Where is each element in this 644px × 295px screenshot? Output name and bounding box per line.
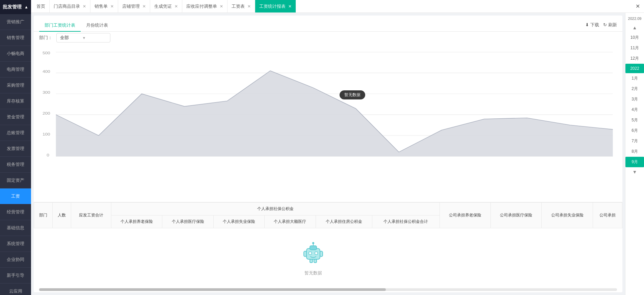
download-icon: ⬇ <box>585 22 589 27</box>
sidebar-item-operations[interactable]: 经营管理 <box>0 204 31 220</box>
sidebar-item-collab[interactable]: 企业协同 <box>0 252 31 268</box>
empty-state-text: 暂无数据 <box>304 270 322 276</box>
sidebar-item-purchase[interactable]: 采购管理 <box>0 78 31 93</box>
sidebar-item-finance[interactable]: 资金管理 <box>0 109 31 125</box>
dept-select[interactable]: 全部 ▼ <box>56 33 110 42</box>
th-personal-major-medical: 个人承担大额医疗 <box>265 215 316 228</box>
sidebar-item-cloud[interactable]: 云应用 <box>0 284 31 295</box>
th-personal-social: 个人承担社保公积金 <box>111 203 440 215</box>
sub-tabbar: 部门工资统计表 月份统计表 ⬇ 下载 ↻ 刷新 <box>34 16 622 32</box>
date-panel-jun[interactable]: 6月 <box>625 125 644 136</box>
sidebar-item-guide[interactable]: 新手引导 <box>0 268 31 284</box>
sub-tab-month[interactable]: 月份统计表 <box>81 20 113 32</box>
sidebar-item-basic-info[interactable]: 基础信息 <box>0 220 31 236</box>
download-button[interactable]: ⬇ 下载 <box>585 22 599 28</box>
toolbar: ⬇ 下载 ↻ 刷新 <box>585 22 617 29</box>
tab-close-sales[interactable]: ✕ <box>110 4 114 8</box>
tab-close-payroll-report[interactable]: ✕ <box>288 4 292 8</box>
tab-home[interactable]: 首页 <box>32 0 50 13</box>
tab-payroll[interactable]: 工资表 ✕ <box>227 0 255 13</box>
date-panel-jan[interactable]: 1月 <box>625 73 644 84</box>
svg-rect-20 <box>310 259 313 263</box>
svg-text:0: 0 <box>47 153 49 157</box>
svg-rect-18 <box>304 251 306 257</box>
sidebar-item-ecommerce-small[interactable]: 小畅电商 <box>0 46 31 62</box>
date-panel-aug[interactable]: 8月 <box>625 146 644 157</box>
date-panel-dec[interactable]: 12月 <box>625 53 644 64</box>
sidebar-item-inventory[interactable]: 库存核算 <box>0 93 31 109</box>
date-panel: 2022.09 ▲ 10月 11月 12月 2022 1月 2月 3月 4月 5… <box>625 13 644 295</box>
date-panel-header: 2022.09 <box>625 14 644 23</box>
th-personal-medical: 个人承担医疗保险 <box>162 215 213 228</box>
th-company-pension: 公司承担养老保险 <box>439 203 490 228</box>
date-panel-sep[interactable]: 9月 <box>625 157 644 167</box>
svg-rect-21 <box>314 259 317 263</box>
tab-payroll-report[interactable]: 工资统计报表 ✕ <box>255 0 296 13</box>
sidebar: 批发管理 ▲ 营销推广 销售管理 小畅电商 电商管理 采购管理 库存核算 资金管… <box>0 0 31 295</box>
sidebar-collapse-icon[interactable]: ▲ <box>24 5 28 9</box>
sidebar-item-payroll[interactable]: 工资 <box>0 188 31 204</box>
tabbar-close-all[interactable]: ✕ <box>636 3 640 9</box>
chevron-down-icon: ▼ <box>82 36 86 40</box>
dept-select-value: 全部 <box>60 35 69 41</box>
dept-filter-label: 部门： <box>39 35 52 41</box>
sidebar-item-ecommerce[interactable]: 电商管理 <box>0 62 31 78</box>
sidebar-item-ledger[interactable]: 总账管理 <box>0 125 31 141</box>
sub-tab-dept[interactable]: 部门工资统计表 <box>39 20 81 32</box>
tab-close-voucher[interactable]: ✕ <box>175 4 178 8</box>
th-company-other: 公司承担 <box>593 203 622 228</box>
sidebar-item-sales[interactable]: 销售管理 <box>0 30 31 46</box>
tab-voucher[interactable]: 生成凭证 ✕ <box>150 0 182 13</box>
th-count: 人数 <box>52 203 71 228</box>
tab-ar-adjust[interactable]: 应收应付调整单 ✕ <box>182 0 227 13</box>
tab-store-mgmt[interactable]: 店铺管理 ✕ <box>118 0 150 13</box>
date-panel-may[interactable]: 5月 <box>625 115 644 125</box>
date-panel-nav-down[interactable]: ▼ <box>625 167 644 177</box>
tab-close-store-catalog[interactable]: ✕ <box>83 4 86 8</box>
date-panel-mar[interactable]: 3月 <box>625 94 644 105</box>
date-panel-nav-up[interactable]: ▲ <box>625 23 644 32</box>
svg-text:500: 500 <box>43 51 50 55</box>
date-panel-jul[interactable]: 7月 <box>625 136 644 146</box>
date-panel-apr[interactable]: 4月 <box>625 105 644 115</box>
th-dept: 部门 <box>34 203 53 228</box>
refresh-button[interactable]: ↻ 刷新 <box>603 22 617 28</box>
empty-state: 暂无数据 <box>34 228 593 287</box>
tab-store-catalog[interactable]: 门店商品目录 ✕ <box>50 0 90 13</box>
refresh-icon: ↻ <box>603 22 607 27</box>
page-container: 部门工资统计表 月份统计表 ⬇ 下载 ↻ 刷新 <box>34 16 622 292</box>
chart-area: 0 100 200 300 400 500 <box>34 47 622 202</box>
sidebar-item-tax[interactable]: 税务管理 <box>0 157 31 173</box>
sidebar-item-marketing[interactable]: 营销推广 <box>0 14 31 30</box>
table-scrollbar[interactable] <box>39 288 617 291</box>
date-panel-oct[interactable]: 10月 <box>625 32 644 43</box>
tab-close-ar-adjust[interactable]: ✕ <box>220 4 223 8</box>
tab-sales[interactable]: 销售单 ✕ <box>90 0 118 13</box>
svg-text:100: 100 <box>43 132 50 137</box>
sidebar-item-invoice[interactable]: 发票管理 <box>0 141 31 157</box>
chart-svg: 0 100 200 300 400 500 <box>39 49 617 157</box>
th-personal-housing: 个人承担住房公积金 <box>316 215 372 228</box>
date-panel-nov[interactable]: 11月 <box>625 43 644 53</box>
svg-rect-16 <box>309 252 312 255</box>
main-area: 首页 门店商品目录 ✕ 销售单 ✕ 店铺管理 ✕ 生成凭证 ✕ 应收应付调整单 … <box>31 0 644 295</box>
sidebar-item-system[interactable]: 系统管理 <box>0 236 31 252</box>
svg-rect-17 <box>315 252 318 255</box>
content-area: 部门工资统计表 月份统计表 ⬇ 下载 ↻ 刷新 <box>31 13 644 295</box>
sidebar-title[interactable]: 批发管理 ▲ <box>0 0 31 14</box>
empty-row: 暂无数据 <box>34 228 622 287</box>
date-panel-year[interactable]: 2022 <box>625 64 644 73</box>
chart-tooltip: 暂无数据 <box>340 90 365 99</box>
svg-text:200: 200 <box>43 111 50 116</box>
table-scrollbar-thumb[interactable] <box>39 288 386 291</box>
date-panel-feb[interactable]: 2月 <box>625 84 644 94</box>
tab-close-payroll[interactable]: ✕ <box>247 4 251 8</box>
svg-rect-19 <box>320 251 323 257</box>
tab-close-store-mgmt[interactable]: ✕ <box>142 4 146 8</box>
th-personal-unemploy: 个人承担失业保险 <box>213 215 264 228</box>
svg-text:300: 300 <box>43 90 50 95</box>
sidebar-item-assets[interactable]: 固定资产 <box>0 173 31 188</box>
svg-text:400: 400 <box>43 69 50 74</box>
sidebar-title-label: 批发管理 <box>3 4 22 10</box>
empty-icon <box>300 239 327 266</box>
